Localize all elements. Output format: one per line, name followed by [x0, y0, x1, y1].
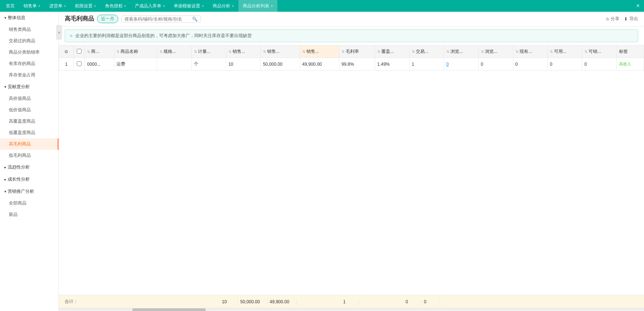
table-row: 1 0000... 运费 个 10 50,000.00 49,900.00 99… — [59, 58, 644, 70]
nav-tab-purchase[interactable]: 进货单 × — [45, 0, 71, 12]
col-transactions[interactable]: ⇅ 交易... — [409, 46, 444, 58]
horizontal-scrollbar[interactable] — [59, 308, 644, 311]
sidebar-item-new-goods[interactable]: 新品 — [0, 209, 58, 220]
col-current[interactable]: ⇅ 现有... — [513, 46, 547, 58]
col-code[interactable]: ⇅ 商... — [85, 46, 114, 58]
contribution-arrow: ▾ — [4, 85, 6, 89]
sidebar-item-inventory-capital[interactable]: 库存资金占用 — [0, 69, 58, 81]
sidebar-group-contribution[interactable]: ▾ 贡献度分析 — [0, 81, 58, 93]
sort-icon: ⇅ — [481, 50, 484, 54]
col-name[interactable]: ⇅ 商品名称 — [114, 46, 157, 58]
sidebar-item-all-goods[interactable]: 全部商品 — [0, 198, 58, 209]
footer-sales2: 50,000.00 — [238, 299, 267, 304]
close-analysis-list-tab[interactable]: × — [271, 4, 273, 8]
col-settings[interactable]: ⚙ — [59, 46, 74, 58]
sort-icon: ⇅ — [116, 50, 119, 54]
col-available[interactable]: ⇅ 可用... — [547, 46, 582, 58]
nav-tab-home[interactable]: 首页 — [1, 0, 19, 12]
col-spec[interactable]: ⇅ 规格... — [157, 46, 191, 58]
row-checkbox[interactable] — [74, 58, 85, 70]
info-icon: ✧ — [69, 33, 73, 39]
sort-icon: ⇅ — [446, 50, 449, 54]
sort-icon: ⇅ — [87, 50, 90, 54]
footer-sales3: 49,900.00 — [267, 299, 297, 304]
sidebar-group-marketing-items: 全部商品 新品 — [0, 198, 58, 220]
scroll-thumb[interactable] — [132, 308, 206, 311]
row-code: 0000... — [85, 58, 114, 70]
growth-arrow: ▸ — [4, 177, 6, 181]
sidebar-group-contribution-items: 高价值商品 低价值商品 高覆盖度商品 低覆盖度商品 高毛利商品 低毛利商品 — [0, 93, 58, 161]
row-available: 0 — [547, 58, 582, 70]
nav-tab-analysis[interactable]: 商品分析 × — [208, 0, 238, 12]
close-all-tabs[interactable]: × — [633, 3, 643, 9]
row-name: 运费 — [114, 58, 157, 70]
row-unit: 个 — [191, 58, 226, 70]
search-icon[interactable]: 🔍 — [192, 17, 198, 22]
col-tag[interactable]: 标签 — [616, 46, 644, 58]
sidebar-item-low-coverage[interactable]: 低覆盖度商品 — [0, 127, 58, 138]
sidebar-group-flow[interactable]: ▸ 流趋性分析 — [0, 161, 58, 173]
sidebar-item-traded-goods[interactable]: 交易过的商品 — [0, 35, 58, 47]
nav-tab-template[interactable]: 单据模板设置 × — [169, 0, 208, 12]
page-title: 高毛利商品 — [65, 15, 94, 23]
sidebar-group-overview-items: 销售类商品 交易过的商品 商品分类助销率 有库存的商品 库存资金占用 — [0, 24, 58, 81]
close-sales-tab[interactable]: × — [38, 4, 40, 8]
sort-icon: ⇅ — [584, 50, 587, 54]
search-input[interactable] — [125, 17, 191, 22]
row-current: 0 — [513, 58, 547, 70]
row-browse1[interactable]: 0 — [444, 58, 478, 70]
close-roles-tab[interactable]: × — [124, 4, 126, 8]
col-browse2[interactable]: ⇅ 浏览... — [478, 46, 513, 58]
nav-tab-roles[interactable]: 角色授权 × — [101, 0, 131, 12]
select-all-checkbox[interactable] — [77, 49, 82, 54]
nav-tab-sales[interactable]: 销售单 × — [19, 0, 45, 12]
row-sales2: 50,000.00 — [260, 58, 300, 70]
nav-tab-production[interactable]: 产成品入库单 × — [130, 0, 169, 12]
sidebar-item-in-stock[interactable]: 有库存的商品 — [0, 58, 58, 69]
footer-summary: 合计： 10 50,000.00 49,900.00 1 0 0 — [59, 295, 644, 308]
col-browse1[interactable]: ⇅ 浏览... — [444, 46, 478, 58]
row-select-checkbox[interactable] — [77, 61, 82, 66]
close-template-tab[interactable]: × — [202, 4, 204, 8]
row-transactions: 1 — [409, 58, 444, 70]
col-unit[interactable]: ⇅ 计量... — [191, 46, 226, 58]
export-button[interactable]: ⬇ 导出 — [624, 16, 638, 22]
sidebar-item-category-rate[interactable]: 商品分类助销率 — [0, 47, 58, 58]
sort-icon: ⇅ — [263, 50, 266, 54]
sidebar-group-growth[interactable]: ▸ 成长性分析 — [0, 173, 58, 185]
search-box[interactable]: 🔍 — [121, 15, 201, 23]
sidebar-group-overview[interactable]: ▾ 整体信息 — [0, 12, 58, 24]
nav-tab-permissions[interactable]: 权限设置 × — [71, 0, 101, 12]
footer-sales1: 10 — [220, 299, 238, 304]
sort-icon: ⇅ — [377, 50, 380, 54]
col-gross-rate[interactable]: ⇅ 毛利率 — [339, 46, 375, 58]
col-checkbox[interactable] — [74, 46, 85, 58]
close-analysis-tab[interactable]: × — [232, 4, 234, 8]
sidebar-item-high-margin[interactable]: 高毛利商品 — [0, 138, 58, 150]
sidebar-item-high-coverage[interactable]: 高覆盖度商品 — [0, 116, 58, 127]
close-permissions-tab[interactable]: × — [94, 4, 96, 8]
col-coverage[interactable]: ⇅ 覆盖... — [375, 46, 409, 58]
sidebar-group-marketing[interactable]: ▾ 营销推广分析 — [0, 185, 58, 198]
sidebar-collapse-button[interactable]: « — [56, 25, 62, 40]
sidebar-item-high-value[interactable]: 高价值商品 — [0, 93, 58, 104]
table-container[interactable]: ⚙ ⇅ 商... ⇅ 商品名称 — [59, 45, 644, 295]
col-sellable[interactable]: ⇅ 可销... — [582, 46, 616, 58]
nav-tab-analysis-list[interactable]: 商品分析列表 × — [238, 0, 277, 12]
col-sales2[interactable]: ⇅ 销售... — [260, 46, 300, 58]
sidebar-item-sales-goods[interactable]: 销售类商品 — [0, 24, 58, 35]
overview-arrow: ▾ — [4, 16, 6, 20]
table-body: 1 0000... 运费 个 10 50,000.00 49,900.00 99… — [59, 58, 644, 70]
footer-current: 0 — [403, 299, 422, 304]
sidebar-item-low-margin[interactable]: 低毛利商品 — [0, 150, 58, 161]
col-sales3[interactable]: ⇅ 销售... — [300, 46, 339, 58]
sidebar-item-low-value[interactable]: 低价值商品 — [0, 104, 58, 116]
content-area: 高毛利商品 近一月 🔍 ⎋ 分享 ⬇ 导出 ✧ 企业的主 — [59, 12, 644, 311]
col-sales1[interactable]: ⇅ 销售... — [226, 46, 260, 58]
settings-icon[interactable]: ⚙ — [64, 49, 68, 54]
close-purchase-tab[interactable]: × — [64, 4, 66, 8]
filter-recent-month[interactable]: 近一月 — [97, 15, 118, 23]
info-banner: ✧ 企业的主要的利润都是这部分商品创造的，可考虑加大推广，同时关注库存是不要出现… — [65, 29, 638, 42]
share-button[interactable]: ⎋ 分享 — [606, 16, 619, 22]
close-production-tab[interactable]: × — [163, 4, 165, 8]
